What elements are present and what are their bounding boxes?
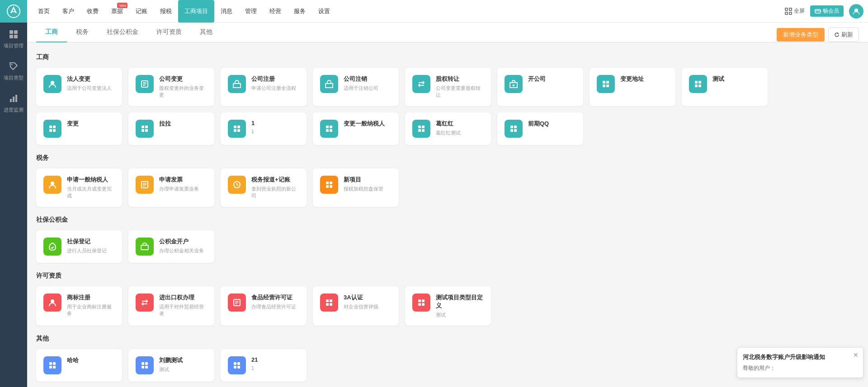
card-change1[interactable]: 变更 bbox=[36, 112, 122, 145]
sidebar-item-progress[interactable]: 进度监测 bbox=[0, 87, 27, 119]
avatar-icon bbox=[852, 7, 860, 15]
card-test1[interactable]: 测试 bbox=[682, 68, 768, 106]
card-fund-open[interactable]: 公积金开户 办理公积金相关业务 bbox=[128, 230, 214, 263]
card-cert-3a[interactable]: 3A认证 对企业信誉评级 bbox=[313, 286, 399, 326]
card-lala[interactable]: 拉拉 bbox=[128, 112, 214, 145]
svg-rect-67 bbox=[141, 245, 148, 250]
svg-rect-91 bbox=[234, 366, 236, 368]
svg-rect-77 bbox=[418, 299, 421, 302]
card-icon bbox=[43, 120, 61, 138]
svg-rect-3 bbox=[9, 35, 13, 38]
nav-billing[interactable]: 收费 bbox=[80, 0, 105, 23]
tab-industry[interactable]: 工商 bbox=[36, 23, 67, 42]
nav-settings[interactable]: 设置 bbox=[312, 0, 336, 23]
sidebar-item-label: 项目管理 bbox=[4, 42, 24, 49]
cards-grid-other: 哈哈 刘鹏测试 测试 bbox=[36, 349, 859, 382]
nav-accounting[interactable]: 记账 bbox=[129, 0, 154, 23]
card-title: 开公司 bbox=[528, 75, 576, 83]
fullscreen-btn[interactable]: 全屏 bbox=[785, 7, 805, 15]
tab-bar: 工商 税务 社保公积金 许可资质 其他 新增业务类型 bbox=[27, 23, 868, 42]
svg-rect-65 bbox=[326, 185, 329, 188]
nav-ticket[interactable]: 票据 new bbox=[105, 0, 129, 23]
card-title: 变更 bbox=[67, 120, 115, 128]
card-icon bbox=[136, 176, 154, 194]
card-social-register[interactable]: 社保登记 进行人员社保登记 bbox=[36, 230, 122, 263]
card-mohong[interactable]: 葛红红 葛红红测试 bbox=[405, 112, 491, 145]
card-legal-change[interactable]: 法人变更 适用于公司变更法人 bbox=[36, 68, 122, 106]
card-company-cancel[interactable]: 公司注销 适用于注销公司 bbox=[313, 68, 399, 106]
card-trademark[interactable]: 商标注册 用于企业商标注册服务 bbox=[36, 286, 122, 326]
sidebar-item-project-type[interactable]: 项目类型 bbox=[0, 55, 27, 87]
card-item21[interactable]: 21 1 bbox=[221, 349, 307, 382]
card-liupeng-test[interactable]: 刘鹏测试 测试 bbox=[128, 349, 214, 382]
card-title: 测试 bbox=[712, 75, 760, 83]
card-icon bbox=[597, 75, 615, 93]
card-food-license[interactable]: 食品经营许可证 办理食品经营许可证 bbox=[221, 286, 307, 326]
nav-industry[interactable]: 工商项目 bbox=[178, 0, 214, 23]
notification-close-button[interactable]: ✕ bbox=[853, 351, 859, 359]
cards-grid-tax: 申请一般纳税人 当月或次月成变更完成 申请发票 办理申请发票业务 bbox=[36, 168, 859, 207]
card-test-type[interactable]: 测试项目类型目定义 测试 bbox=[405, 286, 491, 326]
svg-rect-36 bbox=[53, 129, 56, 132]
section-title-tax: 税务 bbox=[36, 154, 859, 162]
tab-other[interactable]: 其他 bbox=[191, 23, 222, 42]
nav-customer[interactable]: 客户 bbox=[56, 0, 80, 23]
tab-license[interactable]: 许可资质 bbox=[147, 23, 191, 42]
svg-rect-46 bbox=[330, 126, 332, 128]
card-apply-taxpayer[interactable]: 申请一般纳税人 当月或次月成变更完成 bbox=[36, 168, 122, 207]
cards-grid-industry: 法人变更 适用于公司变更法人 公司变更 股权变更外的业务变更 bbox=[36, 68, 859, 145]
svg-rect-27 bbox=[603, 84, 605, 87]
card-import-export[interactable]: 进出口权办理 适用于对外贸易经营者 bbox=[128, 286, 214, 326]
card-company-register[interactable]: 公司注册 申请公司注册全流程 bbox=[221, 68, 307, 106]
svg-rect-6 bbox=[10, 99, 12, 102]
card-company-change[interactable]: 公司变更 股权变更外的业务变更 bbox=[128, 68, 214, 106]
card-item1[interactable]: 1 1 bbox=[221, 112, 307, 145]
svg-rect-11 bbox=[785, 12, 788, 14]
sidebar-logo[interactable] bbox=[0, 0, 27, 23]
card-apply-invoice[interactable]: 申请发票 办理申请发票业务 bbox=[128, 168, 214, 207]
member-btn[interactable]: 畅会员 bbox=[810, 5, 844, 17]
fullscreen-icon bbox=[785, 8, 792, 15]
tab-social-fund[interactable]: 社保公积金 bbox=[98, 23, 147, 42]
svg-rect-45 bbox=[326, 126, 329, 128]
card-title: 1 bbox=[251, 120, 299, 126]
card-equity-transfer[interactable]: 股权转让 公司变更需要股权转让 bbox=[405, 68, 491, 106]
card-title: 公积金开户 bbox=[159, 238, 207, 246]
card-change-address[interactable]: 变更地址 bbox=[590, 68, 675, 106]
nav-operation[interactable]: 经营 bbox=[263, 0, 288, 23]
card-tax-report-account[interactable]: 税务报道+记账 拿到营业执照的新公司 bbox=[221, 168, 307, 207]
svg-rect-53 bbox=[510, 126, 513, 128]
svg-rect-89 bbox=[234, 362, 236, 365]
card-qqbefore[interactable]: 前期QQ bbox=[497, 112, 583, 145]
card-change-taxpayer[interactable]: 变更一般纳税人 bbox=[313, 112, 399, 145]
card-new-project[interactable]: 新项目 报税加税控盘保管 bbox=[313, 168, 399, 207]
sidebar-item-project-manage[interactable]: 项目管理 bbox=[0, 23, 27, 55]
card-icon bbox=[505, 75, 523, 93]
svg-rect-85 bbox=[142, 362, 144, 365]
svg-rect-38 bbox=[145, 126, 148, 128]
svg-rect-55 bbox=[510, 129, 513, 132]
card-haha[interactable]: 哈哈 bbox=[36, 349, 122, 382]
nav-home[interactable]: 首页 bbox=[32, 0, 56, 23]
nav-tax[interactable]: 报税 bbox=[154, 0, 178, 23]
nav-message[interactable]: 消息 bbox=[214, 0, 239, 23]
card-open-company[interactable]: 开公司 bbox=[497, 68, 583, 106]
scroll-area: 工商 法人变更 适用于公司变更法人 bbox=[27, 42, 868, 387]
svg-rect-32 bbox=[698, 84, 701, 87]
svg-rect-37 bbox=[142, 126, 144, 128]
add-business-type-button[interactable]: 新增业务类型 bbox=[777, 28, 825, 42]
card-title: 公司变更 bbox=[159, 75, 207, 83]
user-avatar[interactable] bbox=[849, 4, 863, 19]
card-title: 哈哈 bbox=[67, 356, 115, 364]
tab-tax[interactable]: 税务 bbox=[67, 23, 98, 42]
card-title: 新项目 bbox=[344, 176, 392, 184]
svg-rect-35 bbox=[49, 129, 52, 132]
card-desc: 用于企业商标注册服务 bbox=[67, 303, 115, 317]
refresh-button[interactable]: 刷新 bbox=[828, 28, 859, 42]
svg-rect-28 bbox=[606, 84, 609, 87]
card-icon bbox=[136, 75, 154, 93]
svg-rect-78 bbox=[422, 299, 425, 302]
nav-manage[interactable]: 管理 bbox=[239, 0, 263, 23]
card-title: 法人变更 bbox=[67, 75, 115, 83]
nav-service[interactable]: 服务 bbox=[288, 0, 312, 23]
